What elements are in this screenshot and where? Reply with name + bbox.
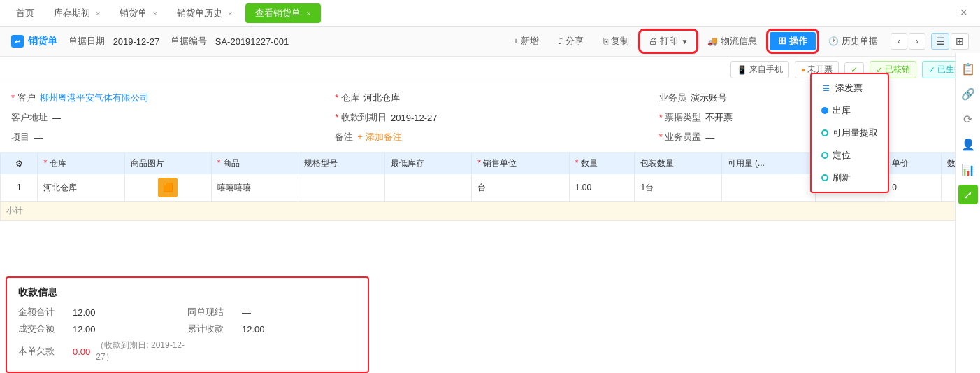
- share-button[interactable]: ⤴ 分享: [552, 32, 591, 50]
- logistics-icon: 🚚: [707, 36, 718, 46]
- current-debt-label: 本单欠款: [18, 345, 67, 358]
- customer-field: 客户 柳州粤港平安气体有限公司: [11, 92, 321, 104]
- outbound-label: 出库: [833, 104, 851, 117]
- doc-number-label: 单据编号 SA-20191227-001: [171, 35, 289, 48]
- subtotal-row: 小计: [1, 202, 980, 221]
- dropdown-add-invoice[interactable]: ☰ 添发票: [812, 77, 888, 99]
- tab-sales-label: 销货单: [120, 7, 147, 20]
- outbound-icon: [821, 107, 828, 114]
- operate-icon: ⊞: [778, 35, 786, 46]
- sidebar-icon-chart[interactable]: 📊: [958, 160, 978, 179]
- tab-view-close[interactable]: ×: [306, 9, 310, 17]
- col-product-image: 商品图片: [124, 153, 211, 174]
- dropdown-available-qty[interactable]: 可用量提取: [812, 122, 888, 144]
- right-sidebar: 📋 🔗 ⟳ 👤 📊 ⤢: [955, 53, 980, 373]
- cumulative-label: 累计收款: [187, 323, 236, 335]
- window-close-button[interactable]: ×: [954, 3, 973, 23]
- prev-button[interactable]: ‹: [891, 33, 907, 50]
- tab-view-label: 查看销货单: [255, 7, 301, 20]
- sidebar-icon-user[interactable]: 👤: [958, 134, 978, 154]
- dropdown-locate[interactable]: 定位: [812, 144, 888, 167]
- list-view-button[interactable]: ☰: [931, 33, 949, 50]
- check-effective-icon: ✓: [928, 65, 935, 75]
- tab-sales-history[interactable]: 销货单历史 ×: [168, 2, 241, 24]
- row-available: [721, 174, 815, 202]
- same-order-row: 同单现结 —: [187, 306, 356, 318]
- grid-view-button[interactable]: ⊞: [951, 33, 969, 50]
- staff-label: 业务员: [659, 92, 686, 104]
- current-debt-row: 本单欠款 0.00 （收款到期日: 2019-12-27）: [18, 339, 187, 363]
- sidebar-icon-expand[interactable]: ⤢: [958, 185, 978, 204]
- locate-icon: [821, 152, 828, 159]
- print-button[interactable]: 🖨 打印 ▼: [642, 32, 695, 50]
- total-amount-value: 12.00: [73, 307, 96, 318]
- next-button[interactable]: ›: [909, 33, 925, 50]
- sidebar-icon-clipboard[interactable]: 📋: [958, 59, 978, 78]
- tab-inventory-init[interactable]: 库存期初 ×: [45, 2, 109, 24]
- note-label: 备注: [335, 131, 353, 143]
- print-icon: 🖨: [649, 36, 657, 46]
- dropdown-refresh[interactable]: 刷新: [812, 167, 888, 189]
- row-quantity: 1.00: [569, 174, 635, 202]
- tab-inventory-close[interactable]: ×: [96, 9, 100, 17]
- row-unit-price: 0.: [886, 174, 941, 202]
- address-field: 客户地址 —: [11, 111, 321, 124]
- copy-button[interactable]: ⎘ 复制: [596, 32, 636, 50]
- row-pack-qty: 1台: [635, 174, 721, 202]
- tab-home[interactable]: 首页: [7, 2, 43, 24]
- history-button[interactable]: 🕐 历史单据: [821, 32, 885, 50]
- col-product: 商品: [211, 153, 298, 174]
- tab-sales-order[interactable]: 销货单 ×: [110, 2, 166, 24]
- col-unit-price: 单价: [886, 153, 941, 174]
- sidebar-icon-refresh[interactable]: ⟳: [958, 109, 978, 129]
- payment-info-section: 收款信息 金额合计 12.00 同单现结 — 成交金额 12.00 累计收款 1…: [6, 276, 369, 373]
- warehouse-value: 河北仓库: [363, 92, 400, 104]
- doc-header: ↩ 销货单 单据日期 2019-12-27 单据编号 SA-20191227-0…: [0, 27, 980, 57]
- note-add-button[interactable]: + 添加备注: [357, 131, 401, 143]
- mobile-icon: 📱: [737, 65, 747, 75]
- row-warehouse: 河北仓库: [38, 174, 124, 202]
- dropdown-outbound[interactable]: 出库: [812, 99, 888, 122]
- doc-meta: 单据日期 2019-12-27 单据编号 SA-20191227-001: [69, 35, 289, 48]
- address-label: 客户地址: [11, 111, 48, 124]
- copy-icon: ⎘: [603, 36, 608, 46]
- customer-label: 客户: [11, 92, 36, 104]
- locate-label: 定位: [833, 149, 851, 162]
- row-spec: [298, 174, 385, 202]
- share-icon: ⤴: [559, 36, 563, 46]
- doc-title-text: 销货单: [28, 35, 57, 48]
- sidebar-icon-link[interactable]: 🔗: [958, 84, 978, 104]
- logistics-button[interactable]: 🚚 物流信息: [700, 32, 764, 50]
- new-button[interactable]: + 新增: [506, 32, 546, 50]
- customer-value[interactable]: 柳州粤港平安气体有限公司: [40, 92, 149, 104]
- product-thumbnail: 🟧: [158, 178, 178, 197]
- tab-history-label: 销货单历史: [177, 7, 222, 20]
- payment-info-grid: 金额合计 12.00 同单现结 — 成交金额 12.00 累计收款 12.00 …: [18, 306, 356, 363]
- invoice-type-label: 票据类型: [659, 111, 702, 124]
- col-pack-qty: 包装数量: [635, 153, 721, 174]
- transaction-amount-label: 成交金额: [18, 323, 67, 335]
- same-order-value: —: [242, 307, 251, 318]
- add-invoice-label: 添发票: [835, 82, 863, 94]
- tab-history-close[interactable]: ×: [228, 9, 232, 17]
- col-min-stock: 最低库存: [385, 153, 472, 174]
- tab-sales-close[interactable]: ×: [152, 9, 157, 17]
- col-available: 可用量 (...: [721, 153, 815, 174]
- doc-icon: ↩: [11, 35, 24, 48]
- row-sales-unit: 台: [472, 174, 569, 202]
- payment-date-field: 收款到期日 2019-12-27: [335, 111, 644, 124]
- payment-date-value: 2019-12-27: [391, 113, 438, 123]
- operate-button[interactable]: ⊞ 操作: [770, 32, 816, 50]
- row-product-image: 🟧: [124, 174, 211, 202]
- from-mobile-button[interactable]: 📱 来自手机: [730, 61, 789, 78]
- same-order-label: 同单现结: [187, 306, 236, 318]
- col-settings: ⚙: [1, 153, 38, 174]
- doc-title-section: ↩ 销货单: [11, 35, 57, 48]
- nav-arrows: ‹ ›: [891, 33, 925, 50]
- salesperson-label: 业务员孟: [659, 131, 702, 143]
- col-spec: 规格型号: [298, 153, 385, 174]
- debt-note: （收款到期日: 2019-12-27）: [96, 339, 187, 363]
- row-no: 1: [1, 174, 38, 202]
- tab-view-sales[interactable]: 查看销货单 ×: [245, 3, 320, 23]
- project-value: —: [34, 132, 43, 143]
